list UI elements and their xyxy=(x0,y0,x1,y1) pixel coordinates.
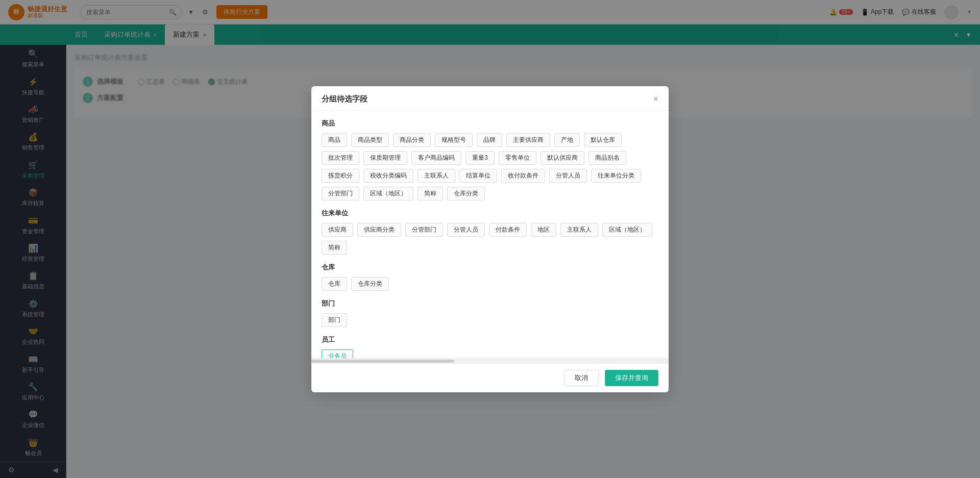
field-select-modal: 分组待选字段 × 商品商品商品类型商品分类规格型号品牌主要供应商产地默认仓库批次… xyxy=(311,86,669,392)
field-tag[interactable]: 仓库分类 xyxy=(447,187,485,200)
save-query-button[interactable]: 保存并查询 xyxy=(605,370,658,386)
field-grid-部门: 部门 xyxy=(322,313,658,327)
field-tag[interactable]: 商品分类 xyxy=(393,133,431,147)
section-title-商品: 商品 xyxy=(322,119,658,128)
field-tag[interactable]: 主联系人 xyxy=(418,169,455,183)
field-tag[interactable]: 分管部门 xyxy=(405,223,443,237)
field-tag[interactable]: 分管人员 xyxy=(549,169,587,183)
field-tag[interactable]: 商品别名 xyxy=(589,151,626,165)
section-title-仓库: 仓库 xyxy=(322,263,658,272)
field-tag[interactable]: 收付款条件 xyxy=(501,169,545,183)
field-tag[interactable]: 重量3 xyxy=(465,151,495,165)
modal-title: 分组待选字段 xyxy=(322,94,368,104)
field-grid-员工: 业务员 xyxy=(322,349,658,358)
cancel-button[interactable]: 取消 xyxy=(564,370,599,386)
field-tag[interactable]: 主要供应商 xyxy=(506,133,550,147)
field-tag[interactable]: 产地 xyxy=(554,133,580,147)
field-tag[interactable]: 主联系人 xyxy=(560,223,598,237)
field-tag[interactable]: 税收分类编码 xyxy=(363,169,413,183)
field-tag[interactable]: 区域（地区） xyxy=(363,187,413,200)
field-tag[interactable]: 结算单位 xyxy=(459,169,497,183)
field-tag[interactable]: 分管人员 xyxy=(447,223,485,237)
field-tag[interactable]: 付款条件 xyxy=(489,223,527,237)
modal-body: 商品商品商品类型商品分类规格型号品牌主要供应商产地默认仓库批次管理保质期管理客户… xyxy=(311,111,669,358)
field-tag[interactable]: 商品 xyxy=(322,133,347,147)
field-tag[interactable]: 业务员 xyxy=(322,349,353,358)
field-tag[interactable]: 批次管理 xyxy=(322,151,359,165)
field-tag[interactable]: 供应商分类 xyxy=(357,223,401,237)
field-grid-仓库: 仓库仓库分类 xyxy=(322,277,658,291)
field-tag[interactable]: 仓库 xyxy=(322,277,347,291)
field-tag[interactable]: 简称 xyxy=(322,241,347,255)
field-grid-商品: 商品商品类型商品分类规格型号品牌主要供应商产地默认仓库批次管理保质期管理客户商品… xyxy=(322,133,658,200)
section-title-往来单位: 往来单位 xyxy=(322,209,658,218)
field-tag[interactable]: 往来单位分类 xyxy=(591,169,641,183)
field-tag[interactable]: 地区 xyxy=(531,223,556,237)
field-tag[interactable]: 分管部门 xyxy=(322,187,359,200)
field-tag[interactable]: 仓库分类 xyxy=(351,277,389,291)
field-tag[interactable]: 商品类型 xyxy=(351,133,389,147)
modal-header: 分组待选字段 × xyxy=(311,86,669,111)
modal-close-btn[interactable]: × xyxy=(653,94,658,104)
field-tag[interactable]: 区域（地区） xyxy=(602,223,652,237)
field-tag[interactable]: 保质期管理 xyxy=(363,151,407,165)
modal-footer: 取消 保存并查询 xyxy=(311,363,669,392)
field-tag[interactable]: 零售单位 xyxy=(499,151,536,165)
field-tag[interactable]: 默认仓库 xyxy=(584,133,622,147)
section-title-部门: 部门 xyxy=(322,299,658,308)
field-tag[interactable]: 供应商 xyxy=(322,223,353,237)
field-tag[interactable]: 默认供应商 xyxy=(541,151,584,165)
modal-overlay: 分组待选字段 × 商品商品商品类型商品分类规格型号品牌主要供应商产地默认仓库批次… xyxy=(0,0,980,478)
field-tag[interactable]: 品牌 xyxy=(477,133,502,147)
field-tag[interactable]: 规格型号 xyxy=(435,133,473,147)
field-tag[interactable]: 拣货积分 xyxy=(322,169,359,183)
field-tag[interactable]: 部门 xyxy=(322,313,347,327)
section-title-员工: 员工 xyxy=(322,335,658,344)
field-tag[interactable]: 简称 xyxy=(418,187,443,200)
modal-hscroll-thumb xyxy=(311,360,454,363)
field-tag[interactable]: 客户商品编码 xyxy=(411,151,461,165)
field-grid-往来单位: 供应商供应商分类分管部门分管人员付款条件地区主联系人区域（地区）简称 xyxy=(322,223,658,255)
modal-hscrollbar[interactable] xyxy=(311,358,669,363)
